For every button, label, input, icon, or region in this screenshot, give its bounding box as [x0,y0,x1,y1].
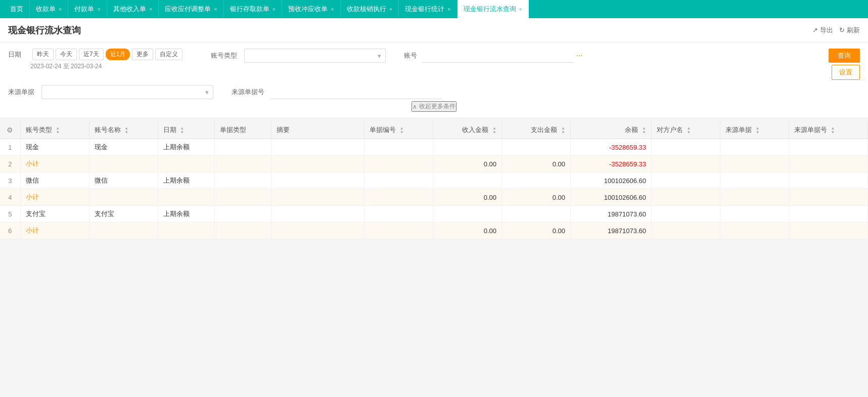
cell-expense [502,139,571,156]
source-doc-select[interactable]: ▾ [41,85,213,99]
nav-other-income[interactable]: 其他收入单 × [107,0,159,18]
column-settings-icon[interactable]: ⚙ [7,126,13,134]
cell-source-doc [720,172,789,189]
settings-button[interactable]: 设置 [832,65,860,80]
account-type-select[interactable]: ▾ [244,49,386,63]
cell-account-type: 微信 [20,172,89,189]
cell-counterpart [651,223,720,239]
source-doc-no-input[interactable] [270,85,442,99]
close-icon[interactable]: × [214,6,217,12]
cell-source-doc-no [789,156,867,172]
cell-source-doc [720,156,789,172]
cell-summary [271,156,364,172]
date-range: 2023-02-24 至 2023-03-24 [30,62,182,71]
sort-icon: ▲▼ [687,126,691,135]
close-icon[interactable]: × [59,6,62,12]
query-button[interactable]: 查询 [829,49,860,63]
cell-doc-no [364,139,433,156]
th-income: 收入金额 ▲▼ [433,121,502,139]
nav-receipt[interactable]: 收款单 × [30,0,68,18]
close-icon[interactable]: × [272,6,276,12]
table-header-row: ⚙ 账号类型 ▲▼ 账号名称 ▲▼ 日期 ▲▼ 单据类型 摘要 单据编号 [0,121,868,139]
cell-doc-type [214,206,271,223]
cell-source-doc-no [789,189,867,206]
chevron-down-icon: ▾ [205,89,209,96]
cell-account-name: 微信 [89,172,158,189]
table-container: ⚙ 账号类型 ▲▼ 账号名称 ▲▼ 日期 ▲▼ 单据类型 摘要 单据编号 [0,121,868,239]
cell-expense [502,172,571,189]
cell-expense: 0.00 [502,223,571,239]
account-label: 账号 [404,51,419,60]
nav-stats[interactable]: 现金银行统计 × [399,0,457,18]
sort-icon: ▲▼ [492,126,496,135]
date-btn-custom[interactable]: 自定义 [155,49,182,60]
date-btn-more[interactable]: 更多 [132,49,153,60]
cell-balance: -3528659.33 [571,139,652,156]
nav-adjustment[interactable]: 应收应付调整单 × [159,0,223,18]
date-btn-yesterday[interactable]: 昨天 [32,49,54,60]
cell-doc-type [214,223,271,239]
cell-date [158,223,214,239]
account-type-label: 账号类型 [211,51,241,60]
cell-account-type: 小计 [20,156,89,172]
th-source-doc: 来源单据 ▲▼ [720,121,789,139]
cell-counterpart [651,206,720,223]
refresh-button[interactable]: ↻ 刷新 [839,26,860,35]
table-row: 2 小计 0.00 0.00 -3528659.33 [0,156,868,172]
nav-bank-deposit[interactable]: 银行存取款单 × [224,0,282,18]
th-expense: 支出金额 ▲▼ [502,121,571,139]
cell-account-name [89,189,158,206]
row-number: 3 [0,172,20,189]
cell-summary [271,172,364,189]
cell-account-type: 现金 [20,139,89,156]
date-btn-7days[interactable]: 近7天 [79,49,104,60]
sort-icon: ▲▼ [561,126,565,135]
page-title: 现金银行流水查询 [8,24,81,36]
row-number: 1 [0,139,20,156]
close-icon[interactable]: × [97,6,100,12]
nav-cashflow[interactable]: 现金银行流水查询 × [458,0,529,18]
close-icon[interactable]: × [389,6,392,12]
cell-doc-no [364,189,433,206]
filter-area: 日期 昨天 今天 近7天 近1月 更多 自定义 2023-02-24 至 202… [0,42,868,118]
close-icon[interactable]: × [149,6,152,12]
collapse-row: ∧ 收起更多条件 [8,99,860,112]
cell-counterpart [651,156,720,172]
th-balance: 余额 ▲▼ [571,121,652,139]
nav-advance[interactable]: 预收冲应收单 × [282,0,340,18]
cell-source-doc-no [789,223,867,239]
collapse-button[interactable]: ∧ 收起更多条件 [412,101,456,112]
cell-account-type: 小计 [20,223,89,239]
cell-source-doc-no [789,206,867,223]
cell-expense [502,206,571,223]
date-label: 日期 [8,50,28,59]
close-icon[interactable]: × [331,6,334,12]
nav-home[interactable]: 首页 [4,0,30,18]
cell-balance: 19871073.60 [571,223,652,239]
th-date: 日期 ▲▼ [158,121,214,139]
cell-date: 上期余额 [158,206,214,223]
date-btn-1month[interactable]: 近1月 [106,49,130,60]
source-doc-no-label: 来源单据号 [232,87,267,97]
close-icon[interactable]: × [519,6,522,12]
chevron-down-icon: ▾ [378,52,381,60]
nav-payment[interactable]: 付款单 × [68,0,107,18]
export-button[interactable]: ↗ 导出 [812,26,833,35]
cell-account-type: 小计 [20,189,89,206]
table-row: 5 支付宝 支付宝 上期余额 19871073.60 [0,206,868,223]
table-row: 1 现金 现金 上期余额 -3528659.33 [0,139,868,156]
nav-verify[interactable]: 收款核销执行 × [341,0,399,18]
close-icon[interactable]: × [447,6,450,12]
th-account-name: 账号名称 ▲▼ [89,121,158,139]
sort-icon: ▲▼ [124,126,128,135]
cell-balance: -3528659.33 [571,156,652,172]
date-btn-today[interactable]: 今天 [56,49,77,60]
account-input[interactable] [422,49,574,63]
th-summary: 摘要 [271,121,364,139]
cell-source-doc [720,189,789,206]
cell-source-doc [720,206,789,223]
cell-doc-type [214,172,271,189]
more-options-icon[interactable]: ··· [576,51,582,60]
sort-icon: ▲▼ [56,126,60,135]
cell-doc-no [364,206,433,223]
